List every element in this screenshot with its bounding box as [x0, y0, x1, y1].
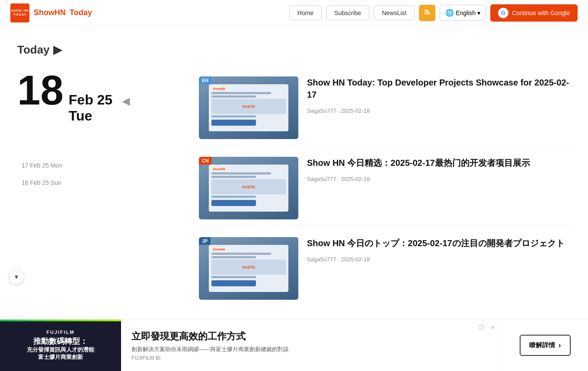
article-title: Show HN Today: Top Developer Projects Sh…	[307, 76, 571, 101]
section-heading[interactable]: Today ▶	[17, 43, 571, 57]
navbar-left: SHOW HN TODAY ShowHN Today	[10, 3, 92, 22]
language-badge: EN	[199, 76, 211, 84]
chevron-down-icon: ▾	[477, 10, 480, 16]
prev-date-item[interactable]: 17 Feb 25 Mon	[22, 160, 190, 171]
article-meta: SagaSu777 · 2025-02-18	[307, 108, 571, 114]
google-signin-button[interactable]: G Continue with Google	[490, 4, 578, 22]
thumbnail-image: ShowHN FASTS	[199, 237, 298, 300]
scroll-down-button[interactable]: ▼	[9, 269, 24, 285]
date-info: Feb 25 Tue	[69, 92, 112, 124]
site-name: ShowHN Today	[34, 8, 92, 17]
current-date: 18 Feb 25 Tue ◀	[17, 70, 130, 124]
rss-button[interactable]	[419, 5, 435, 21]
date-month-year: Feb 25	[69, 92, 112, 108]
article-card[interactable]: EN ShowHN FASTS	[199, 70, 571, 146]
language-selector[interactable]: 🌐 English ▾	[440, 5, 486, 21]
article-card[interactable]: CN ShowHN FASTS	[199, 150, 571, 227]
article-meta: SagaSu777 · 2025-02-18	[307, 176, 571, 182]
language-badge: CN	[199, 157, 212, 165]
prev-dates-list: 17 Feb 25 Mon 16 Feb 25 Sun	[17, 160, 190, 188]
article-info: Show HN 今日のトップ：2025-02-17の注目の開発者プロジェクト S…	[307, 237, 571, 263]
site-logo[interactable]: SHOW HN TODAY	[10, 3, 29, 22]
article-thumbnail: EN ShowHN FASTS	[199, 76, 298, 139]
translate-icon: 🌐	[445, 9, 454, 17]
svg-point-0	[425, 13, 426, 15]
home-button[interactable]: Home	[289, 6, 322, 20]
thumbnail-image: ShowHN FASTS	[199, 157, 298, 219]
prev-date-item[interactable]: 16 Feb 25 Sun	[22, 178, 190, 188]
chevron-down-icon: ▼	[13, 273, 19, 280]
rss-icon	[423, 8, 431, 18]
content-grid: 18 Feb 25 Tue ◀ 17 Feb 25 Mon 16 Feb 25 …	[17, 70, 571, 307]
article-thumbnail: JP ShowHN FASTS	[199, 237, 298, 300]
navbar-right: Home Subscribe NewsList 🌐 English ▾ G Co…	[289, 4, 578, 22]
date-day: 18	[17, 70, 64, 111]
prev-arrow-icon[interactable]: ◀	[122, 95, 130, 107]
language-badge: JP	[199, 237, 211, 245]
article-info: Show HN 今日精选：2025-02-17最热门的开发者项目展示 SagaS…	[307, 157, 571, 182]
google-icon: G	[498, 8, 508, 18]
article-info: Show HN Today: Top Developer Projects Sh…	[307, 76, 571, 114]
article-title: Show HN 今日精选：2025-02-17最热门的开发者项目展示	[307, 157, 571, 169]
date-weekday: Tue	[69, 108, 93, 124]
article-meta: SagaSu777 · 2025-02-18	[307, 256, 571, 263]
article-title: Show HN 今日のトップ：2025-02-17の注目の開発者プロジェクト	[307, 237, 571, 249]
main-content: Today ▶ 18 Feb 25 Tue ◀ 17 Feb 25 Mon 16…	[0, 26, 588, 307]
navbar: SHOW HN TODAY ShowHN Today Home Subscrib…	[0, 0, 588, 26]
articles-panel: EN ShowHN FASTS	[199, 70, 571, 307]
date-panel: 18 Feb 25 Tue ◀ 17 Feb 25 Mon 16 Feb 25 …	[17, 70, 199, 307]
article-thumbnail: CN ShowHN FASTS	[199, 157, 298, 219]
newslist-button[interactable]: NewsList	[374, 6, 415, 20]
play-arrow-icon: ▶	[53, 43, 62, 57]
subscribe-button[interactable]: Subscribe	[326, 6, 369, 20]
thumbnail-image: ShowHN FASTS	[199, 76, 298, 139]
article-card[interactable]: JP ShowHN FASTS	[199, 230, 571, 307]
